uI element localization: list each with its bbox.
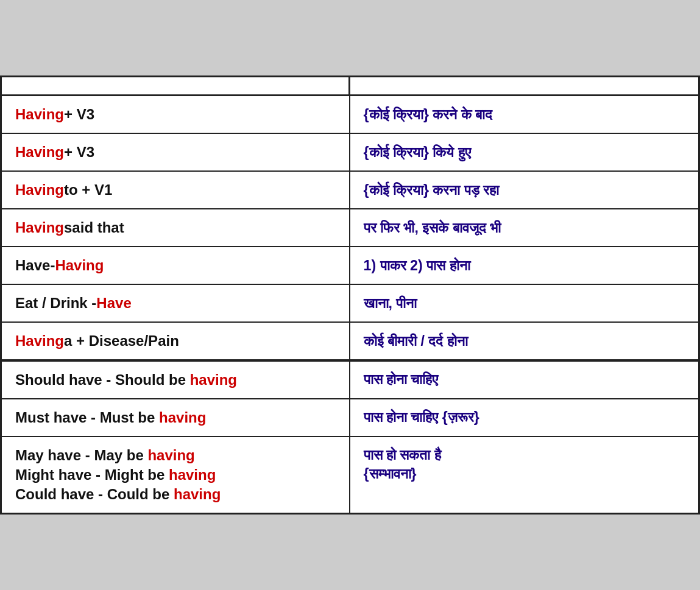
formation-text: + V3 [64, 106, 94, 123]
having-keyword: having [147, 447, 194, 463]
sentence-type-cell: {कोई क्रिया} करना पड़ रहा [350, 172, 699, 208]
sentence-type-cell: {कोई क्रिया} किये हुए [350, 134, 699, 170]
sentence-type-cell: {कोई क्रिया} करने के बाद [350, 96, 699, 133]
modal-text: May have - May be [15, 447, 147, 463]
modal-formation-line: Could have - Could be having [15, 486, 221, 503]
having-keyword: having [190, 371, 237, 388]
hindi-text-line: {सम्भावना} [364, 466, 417, 482]
header-sentence-type [350, 77, 699, 94]
formation-text: to + V1 [64, 181, 112, 198]
having-keyword: Having [15, 181, 64, 198]
having-keyword: Having [15, 106, 64, 123]
formation-text: Eat / Drink - [15, 295, 96, 312]
table-row: Having + V3{कोई क्रिया} किये हुए [2, 134, 698, 172]
formation-cell: Have - Having [2, 247, 350, 284]
having-keyword: Having [15, 219, 64, 236]
formation-text: a + Disease/Pain [64, 332, 179, 349]
formation-cell: Having said that [2, 209, 350, 246]
table-row: Having said thatपर फिर भी, इसके बावजूद भ… [2, 209, 698, 247]
formation-cell: Having + V3 [2, 96, 350, 133]
hindi-text-line: पास होना चाहिए {ज़रूर} [364, 409, 479, 426]
having-keyword: having [169, 466, 216, 483]
formation-text: - [50, 257, 55, 274]
modal-rows: Should have - Should be havingपास होना च… [2, 359, 698, 513]
modal-formation-line: Might have - Might be having [15, 466, 216, 483]
modal-formation-cell: Should have - Should be having [2, 362, 350, 398]
having-keyword: having [174, 486, 221, 502]
table-row: Having to + V1{कोई क्रिया} करना पड़ रहा [2, 172, 698, 209]
modal-text: Could have - Could be [15, 486, 174, 502]
modal-row: May have - May be havingMight have - Mig… [2, 437, 698, 513]
hindi-text-line: पास हो सकता है [364, 447, 441, 463]
regular-rows: Having + V3{कोई क्रिया} करने के बादHavin… [2, 96, 698, 359]
modal-formation-line: Must have - Must be having [15, 409, 206, 426]
modal-text: Should have - Should be [15, 371, 190, 388]
header-formation [2, 77, 350, 94]
formation-text: said that [64, 219, 124, 236]
modal-row: Must have - Must be havingपास होना चाहिए… [2, 399, 698, 437]
formation-cell: Having a + Disease/Pain [2, 323, 350, 359]
modal-formation-line: May have - May be having [15, 447, 195, 464]
modal-sentence-type-cell: पास होना चाहिए {ज़रूर} [350, 399, 699, 436]
modal-text: Might have - Might be [15, 466, 169, 483]
formation-cell: Eat / Drink - Have [2, 285, 350, 321]
having-keyword: Having [15, 144, 64, 161]
modal-sentence-type-cell: पास हो सकता है{सम्भावना} [350, 437, 699, 513]
having-keyword: Have [96, 295, 131, 312]
table-row: Have - Having1) पाकर 2) पास होना [2, 247, 698, 285]
having-keyword: having [159, 409, 206, 426]
sentence-type-cell: पर फिर भी, इसके बावजूद भी [350, 209, 699, 246]
modal-row: Should have - Should be havingपास होना च… [2, 359, 698, 399]
header-row [2, 77, 698, 96]
modal-text: Must have - Must be [15, 409, 159, 426]
modal-formation-cell: May have - May be havingMight have - Mig… [2, 437, 350, 513]
sentence-type-cell: 1) पाकर 2) पास होना [350, 247, 699, 284]
table-row: Eat / Drink - Haveखाना, पीना [2, 285, 698, 323]
formation-cell: Having to + V1 [2, 172, 350, 208]
having-keyword: Having [55, 257, 104, 274]
sentence-type-cell: कोई बीमारी / दर्द होना [350, 323, 699, 359]
main-table: Having + V3{कोई क्रिया} करने के बादHavin… [0, 76, 700, 514]
formation-text: Have [15, 257, 50, 274]
hindi-text-line: पास होना चाहिए [364, 371, 439, 388]
modal-formation-cell: Must have - Must be having [2, 399, 350, 436]
table-row: Having a + Disease/Painकोई बीमारी / दर्द… [2, 323, 698, 359]
modal-formation-line: Should have - Should be having [15, 371, 237, 388]
formation-cell: Having + V3 [2, 134, 350, 170]
sentence-type-cell: खाना, पीना [350, 285, 699, 321]
formation-text: + V3 [64, 144, 94, 161]
table-row: Having + V3{कोई क्रिया} करने के बाद [2, 96, 698, 134]
having-keyword: Having [15, 332, 64, 349]
modal-sentence-type-cell: पास होना चाहिए [350, 362, 699, 398]
